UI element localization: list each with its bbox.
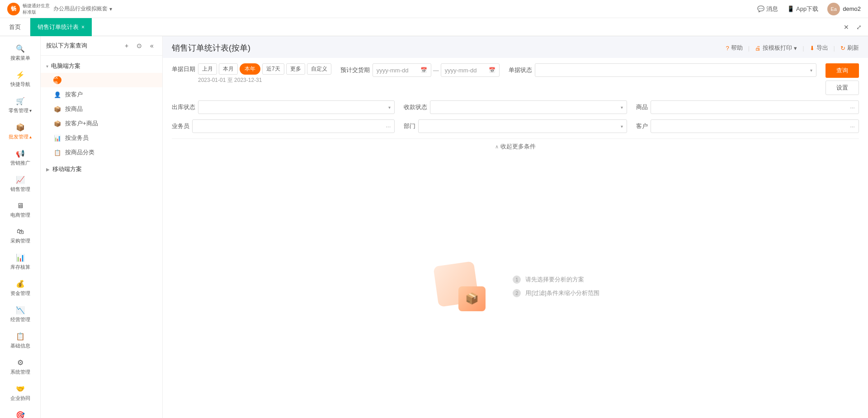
sidebar-item-ecom[interactable]: 🖥 电商管理 (0, 197, 40, 223)
logo-box: 畅 畅捷通好生意标准版 (7, 3, 50, 15)
collab-icon: 🤝 (16, 385, 25, 393)
window-maximize-button[interactable]: ⤢ (854, 22, 864, 33)
page-header: 销售订单统计表(按单) ? 帮助 | 🖨 按模板打印 ▾ | ⬇ (163, 36, 868, 58)
scheme-item-by-customer-product[interactable]: 📦 按客户+商品 (41, 116, 162, 131)
customer-ellipsis: ··· (850, 123, 855, 130)
tab-sales-order[interactable]: 销售订单统计表 × (30, 18, 92, 36)
message-icon: 💬 (757, 5, 764, 12)
expected-date-start[interactable]: yyyy-mm-dd 📅 (373, 63, 431, 77)
salesman-scheme-icon: 📊 (53, 134, 61, 142)
empty-state: 📦 1 请先选择要分析的方案 2 用[过滤]条件来缩小分析范围 (163, 154, 868, 418)
sidebar-item-inventory[interactable]: 📊 库存核算 (0, 249, 40, 275)
category-scheme-icon: 📋 (53, 148, 61, 157)
product-scheme-icon: 📦 (53, 105, 61, 113)
sidebar-item-collab[interactable]: 🤝 企业协同 (0, 380, 40, 406)
logo-icon: 畅 (7, 3, 20, 15)
scheme-panel-title: 按以下方案查询 (46, 42, 87, 50)
sidebar-item-marketing[interactable]: 📢 营销推广 (0, 145, 40, 171)
scheme-collapse-button[interactable]: « (147, 41, 157, 51)
sidebar-item-newuser[interactable]: 🎯 新手引导 (0, 406, 40, 418)
date-btn-lastmonth[interactable]: 上月 (198, 63, 217, 75)
mobile-scheme-group[interactable]: ▶ 移动端方案 (41, 162, 162, 176)
status-group: 单据状态 ▾ (509, 63, 816, 77)
scheme-customer-label: 按客户 (65, 90, 83, 99)
department-group: 部门 ▾ (404, 119, 627, 133)
export-icon: ⬇ (810, 45, 815, 52)
sidebar-item-system[interactable]: ⚙ 系统管理 (0, 354, 40, 380)
tab-home-label: 首页 (9, 23, 21, 31)
salesman-input[interactable]: ··· (192, 119, 395, 133)
finance-icon: 💰 (16, 280, 25, 288)
scheme-panel: 按以下方案查询 + ⊙ « ▾ 电脑端方案 (41, 36, 163, 418)
scheme-edit-button[interactable]: ⊙ (134, 41, 144, 51)
empty-content: 📦 1 请先选择要分析的方案 2 用[过滤]条件来缩小分析范围 (431, 257, 599, 316)
product-group: 商品 ··· (636, 100, 859, 114)
sidebar-item-wholesale[interactable]: 📦 批发管理 ▴ (0, 119, 40, 145)
product-input[interactable]: ··· (651, 100, 859, 114)
setting-button[interactable]: 设置 (826, 81, 859, 95)
department-select[interactable]: ▾ (418, 119, 627, 133)
query-button[interactable]: 查询 (826, 63, 859, 78)
sidebar-item-quicknav[interactable]: ⚡ 快捷导航 (0, 66, 40, 92)
user-name-label: demo2 (843, 5, 861, 12)
sidebar-item-basic-info[interactable]: 📋 基础信息 (0, 328, 40, 354)
scheme-item-by-category[interactable]: 📋 按商品分类 (41, 145, 162, 160)
retail-arrow-icon: ▾ (29, 108, 32, 113)
app-download-button[interactable]: 📱 App下载 (787, 5, 818, 13)
logo-initials: 畅 (11, 5, 16, 13)
expected-date-inputs: yyyy-mm-dd 📅 — yyyy-mm-dd 📅 (373, 63, 500, 77)
topbar: 畅 畅捷通好生意标准版 办公用品行业模拟账套 ▾ 💬 消息 📱 App下载 Ea… (0, 0, 868, 18)
scheme-salesman-label: 按业务员 (65, 134, 89, 142)
quicknav-icon: ⚡ (16, 71, 25, 79)
topbar-left: 畅 畅捷通好生意标准版 办公用品行业模拟账套 ▾ (7, 3, 112, 15)
delivery-status-select[interactable]: ▾ (198, 100, 395, 114)
page-actions: ? 帮助 | 🖨 按模板打印 ▾ | ⬇ 导出 | (726, 44, 859, 52)
refresh-button[interactable]: ↻ 刷新 (840, 44, 859, 52)
customer-input[interactable]: ··· (651, 119, 859, 133)
payment-status-select[interactable]: ▾ (430, 100, 627, 114)
inventory-icon: 📊 (16, 253, 25, 262)
tab-close-icon[interactable]: × (81, 24, 85, 30)
collapse-bar[interactable]: ∧ 收起更多条件 (172, 138, 859, 154)
date-btn-more[interactable]: 更多 (286, 63, 305, 75)
desktop-scheme-label: 电脑端方案 (51, 62, 80, 70)
tab-home[interactable]: 首页 (0, 18, 30, 36)
sidebar-item-retail[interactable]: 🛒 零售管理 ▾ (0, 92, 40, 119)
export-button[interactable]: ⬇ 导出 (810, 44, 828, 52)
filter-row-3: 业务员 ··· 部门 ▾ 客户 (172, 119, 859, 138)
customer-scheme-icon: 👤 (53, 90, 61, 99)
print-arrow: ▾ (794, 45, 797, 52)
expected-date-label: 预计交货期 (340, 66, 370, 74)
print-button[interactable]: 🖨 按模板打印 ▾ (755, 44, 797, 52)
breadcrumb-arrow[interactable]: ▾ (109, 6, 112, 12)
expected-date-end[interactable]: yyyy-mm-dd 📅 (441, 63, 500, 77)
scheme-item-by-salesman[interactable]: 📊 按业务员 (41, 131, 162, 145)
sidebar-item-operations[interactable]: 📉 经营管理 (0, 301, 40, 328)
expected-date-group: 预计交货期 yyyy-mm-dd 📅 — yyyy-mm-dd 📅 (340, 63, 500, 77)
desktop-scheme-group[interactable]: ▾ 电脑端方案 (41, 59, 162, 73)
product-ellipsis: ··· (850, 104, 855, 111)
scheme-panel-actions: + ⊙ « (122, 41, 157, 51)
date-btn-custom[interactable]: 自定义 (307, 63, 331, 75)
status-select[interactable]: ▾ (535, 63, 816, 77)
date-btn-thismonth[interactable]: 本月 (219, 63, 238, 75)
dept-arrow: ▾ (621, 124, 623, 129)
sidebar-item-finance[interactable]: 💰 资金管理 (0, 275, 40, 301)
sidebar-item-search[interactable]: 🔍 搜索菜单 (0, 40, 40, 66)
scheme-item-by-customer[interactable]: 👤 按客户 (41, 87, 162, 102)
sidebar-item-purchase[interactable]: 🛍 采购管理 (0, 223, 40, 249)
window-close-button[interactable]: ✕ (841, 22, 852, 33)
date-btn-last7[interactable]: 近7天 (262, 63, 284, 75)
sidebar-item-sales[interactable]: 📈 销售管理 (0, 171, 40, 197)
scheme-item-by-order[interactable]: 按单 (41, 73, 162, 87)
refresh-label: 刷新 (847, 44, 859, 52)
date-btn-thisyear[interactable]: 本年 (240, 63, 260, 75)
scheme-add-button[interactable]: + (122, 41, 132, 51)
breadcrumb-title: 办公用品行业模拟账套 (53, 5, 108, 13)
message-button[interactable]: 💬 消息 (757, 5, 778, 13)
help-button[interactable]: ? 帮助 (726, 44, 743, 52)
salesman-ellipsis: ··· (386, 123, 391, 130)
user-menu[interactable]: Ea demo2 (827, 3, 861, 15)
print-label: 按模板打印 (763, 44, 792, 52)
scheme-item-by-product[interactable]: 📦 按商品 (41, 102, 162, 116)
